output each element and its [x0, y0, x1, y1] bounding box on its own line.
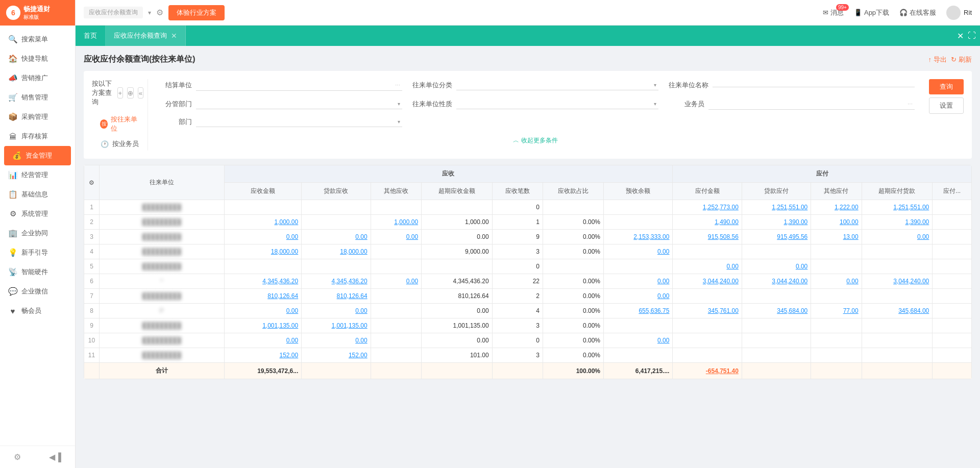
sidebar-item-hardware[interactable]: 📡 智能硬件 [0, 262, 75, 282]
table-settings-header[interactable]: ⚙ [84, 165, 100, 200]
row-ap-other[interactable]: 13.00 [811, 230, 862, 244]
sidebar-item-system[interactable]: ⚙ 系统管理 [0, 204, 75, 224]
row-ap-overdue[interactable]: 3,044,240.00 [862, 274, 933, 289]
row-ar-other[interactable]: 0.00 [371, 274, 421, 289]
settings-gear-icon[interactable]: ⚙ [156, 8, 163, 17]
row-ap-amount[interactable]: 0.00 [673, 259, 742, 274]
collapse-more-button[interactable]: ︿ 收起更多条件 [148, 133, 923, 148]
row-ar-amount[interactable]: 1,001,135.00 [224, 318, 302, 333]
sidebar-item-guide[interactable]: 💡 新手引导 [0, 243, 75, 262]
sidebar-item-operation[interactable]: 📊 经营管理 [0, 165, 75, 185]
row-ar-amount[interactable]: 0.00 [224, 333, 302, 348]
row-ar-loan[interactable]: 1,001,135.00 [302, 318, 371, 333]
row-ar-amount[interactable]: 810,126.64 [224, 289, 302, 304]
row-ap-other[interactable]: 100.00 [811, 215, 862, 230]
message-button[interactable]: ✉ 消息 99+ [823, 8, 844, 17]
row-ap-overdue[interactable]: 1,390.00 [862, 215, 933, 230]
sidebar-item-purchase[interactable]: 📦 采购管理 [0, 107, 75, 127]
row-ar-amount[interactable]: 0.00 [224, 230, 302, 244]
row-ar-loan[interactable]: 152.00 [302, 348, 371, 363]
sidebar-item-finance[interactable]: 💰 资金管理 [4, 146, 71, 165]
row-ar-loan[interactable]: 0.00 [302, 230, 371, 244]
row-ap-overdue[interactable]: 0.00 [862, 230, 933, 244]
row-ar-prepay[interactable]: 0.00 [604, 333, 673, 348]
row-ar-amount[interactable]: 4,345,436.20 [224, 274, 302, 289]
row-ap-loan[interactable]: 1,251,551.00 [742, 200, 811, 215]
row-ap-other[interactable]: 1,222.00 [811, 200, 862, 215]
online-service-button[interactable]: 🎧 在线客服 [899, 8, 936, 17]
sidebar-item-label: 系统管理 [21, 209, 48, 218]
row-ar-amount[interactable]: 152.00 [224, 348, 302, 363]
solution-button[interactable]: 体验行业方案 [168, 5, 225, 20]
row-ap-other[interactable]: 77.00 [811, 304, 862, 318]
table-row: 11 █████████ 152.00 152.00 101.00 3 0.00… [84, 348, 972, 363]
row-ar-loan[interactable]: 18,000.00 [302, 244, 371, 259]
partner-nature-select[interactable]: ▾ [456, 99, 658, 109]
row-ar-prepay[interactable]: 655,636.75 [604, 304, 673, 318]
row-ar-other[interactable]: 0.00 [371, 230, 421, 244]
row-ar-prepay[interactable]: 0.00 [604, 244, 673, 259]
row-ar-other[interactable]: 1,000.00 [371, 215, 421, 230]
sidebar-item-member[interactable]: ♥ 畅会员 [0, 301, 75, 321]
tab-fullscreen-icon[interactable]: ⛶ [968, 31, 976, 40]
tab-home[interactable]: 首页 [76, 26, 106, 46]
sidebar-item-basic-info[interactable]: 📋 基础信息 [0, 185, 75, 204]
sidebar-item-enterprise[interactable]: 🏢 企业协同 [0, 224, 75, 243]
row-ap-amount[interactable]: 1,252,773.00 [673, 200, 742, 215]
tab-close-all-icon[interactable]: ✕ [957, 31, 964, 41]
dept-manager-select[interactable]: ▾ [196, 99, 402, 109]
sidebar-collapse-icon[interactable]: ◀▐ [49, 452, 61, 462]
collapse-scheme-button[interactable]: « [138, 87, 143, 98]
row-ar-prepay[interactable]: 0.00 [604, 289, 673, 304]
tab-ar-ap[interactable]: 应收应付余额查询 ✕ [106, 26, 186, 46]
row-ar-prepay[interactable]: 0.00 [604, 274, 673, 289]
row-ap-loan[interactable]: 3,044,240.00 [742, 274, 811, 289]
row-ap-loan[interactable]: 345,684.00 [742, 304, 811, 318]
row-ar-prepay[interactable]: 2,153,333.00 [604, 230, 673, 244]
row-ar-amount[interactable]: 18,000.00 [224, 244, 302, 259]
sidebar-item-wechat[interactable]: 💬 企业微信 [0, 282, 75, 301]
row-ap-loan[interactable]: 915,495.56 [742, 230, 811, 244]
export-button[interactable]: ↑ 导出 [928, 55, 947, 64]
breadcrumb-dropdown-icon[interactable]: ▾ [148, 9, 151, 16]
partner-category-select[interactable]: ▾ [456, 80, 658, 90]
dept-select[interactable]: ▾ [196, 117, 402, 127]
row-ap-amount[interactable]: 3,044,240.00 [673, 274, 742, 289]
add-scheme-button[interactable]: + [117, 87, 123, 98]
row-ar-amount[interactable]: 0.00 [224, 304, 302, 318]
row-ar-loan[interactable]: 810,126.64 [302, 289, 371, 304]
settings-button[interactable]: 设置 [929, 97, 964, 114]
tab-close-icon[interactable]: ✕ [171, 32, 177, 40]
dept-manager-label: 分管部门 [156, 100, 192, 109]
row-ap-other[interactable]: 0.00 [811, 274, 862, 289]
row-ap-more [933, 333, 972, 348]
total-ap-amount[interactable]: -654,751.40 [673, 363, 742, 379]
row-ar-loan[interactable]: 0.00 [302, 333, 371, 348]
scheme-by-salesman[interactable]: 🕐 按业务员 [96, 137, 143, 151]
row-ap-overdue[interactable]: 345,684.00 [862, 304, 933, 318]
row-ap-loan[interactable]: 0.00 [742, 259, 811, 274]
row-ap-amount[interactable]: 1,490.00 [673, 215, 742, 230]
sidebar-settings-icon[interactable]: ⚙ [14, 452, 21, 462]
row-ar-loan[interactable]: 0.00 [302, 304, 371, 318]
row-ap-overdue[interactable]: 1,251,551.00 [862, 200, 933, 215]
row-ap-amount[interactable]: 345,761.00 [673, 304, 742, 318]
edit-scheme-button[interactable]: ⊕ [127, 87, 134, 98]
refresh-button[interactable]: ↻ 刷新 [951, 55, 972, 64]
sidebar-item-inventory[interactable]: 🏛 库存核算 [0, 127, 75, 146]
sidebar-item-sales[interactable]: 🛒 销售管理 [0, 88, 75, 107]
row-ar-amount[interactable]: 1,000.00 [224, 215, 302, 230]
row-ap-loan[interactable]: 1,390.00 [742, 215, 811, 230]
row-ap-more [933, 259, 972, 274]
sidebar-item-search-menu[interactable]: 🔍 搜索菜单 [0, 30, 75, 49]
sidebar-item-marketing[interactable]: 📣 营销推广 [0, 68, 75, 88]
query-button[interactable]: 查询 [929, 79, 964, 94]
sidebar-item-quick-nav[interactable]: 🏠 快捷导航 [0, 49, 75, 68]
scheme-by-partner[interactable]: 按 按往来单位 [96, 113, 143, 135]
row-ar-loan[interactable]: 4,345,436.20 [302, 274, 371, 289]
salesman-input[interactable]: ··· [708, 98, 915, 110]
partner-name-input[interactable] [713, 83, 915, 87]
settlement-unit-input[interactable]: ··· [196, 79, 402, 91]
row-ap-amount[interactable]: 915,508.56 [673, 230, 742, 244]
app-download-button[interactable]: 📱 App下载 [854, 8, 889, 17]
